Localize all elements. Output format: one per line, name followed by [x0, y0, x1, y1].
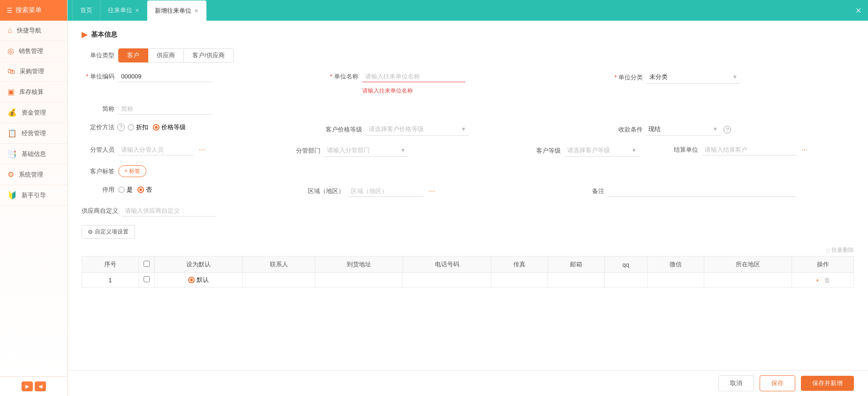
- radio-price-level[interactable]: 价格等级: [153, 123, 186, 132]
- supplier-custom-input[interactable]: [122, 205, 216, 217]
- manager-input[interactable]: [118, 144, 193, 155]
- region-input[interactable]: [348, 186, 423, 197]
- type-btn-supplier[interactable]: 供应商: [148, 48, 183, 62]
- customer-tag-label: 客户标签: [82, 167, 114, 176]
- region-label: 区域（地区）: [308, 187, 344, 195]
- sidebar-bottom-btn1[interactable]: ▶: [22, 381, 33, 391]
- row-add-btn[interactable]: +: [816, 277, 820, 284]
- type-btn-customer[interactable]: 客户: [118, 48, 148, 62]
- window-close-button[interactable]: ✕: [855, 6, 861, 15]
- radio-discount[interactable]: 折扣: [128, 123, 148, 132]
- unit-category-value: 未分类: [649, 73, 730, 81]
- sidebar-bottom-btn2[interactable]: ◀: [35, 381, 46, 391]
- unit-category-select[interactable]: 未分类 ▼: [647, 71, 740, 84]
- select-all-checkbox[interactable]: [144, 261, 150, 267]
- search-icon: ☰: [7, 7, 13, 14]
- radio-no-circle: [137, 186, 144, 193]
- unit-name-input[interactable]: [362, 71, 465, 82]
- short-name-input[interactable]: [118, 103, 212, 115]
- sales-icon: ◎: [8, 47, 14, 55]
- form-row-6: 停用 是 否 区域（地区） ···: [82, 186, 854, 197]
- row-contact: [243, 273, 315, 287]
- sidebar-item-operations[interactable]: 📋 经营管理: [0, 123, 67, 144]
- contacts-table: 序号 设为默认 联系人 到货地址 电话号码 传真 邮箱 qq 微信 所在地区 操…: [82, 256, 854, 287]
- row-default-label: 默认: [197, 276, 209, 284]
- unit-name-label: 单位名称: [326, 72, 358, 81]
- inventory-icon: ▣: [8, 87, 15, 96]
- sidebar-item-label: 快捷导航: [17, 26, 41, 35]
- field-customer-tag: 客户标签 + 标签: [82, 165, 854, 177]
- pricing-radio-group: 折扣 价格等级: [128, 123, 186, 132]
- main-area: 首页 往来单位 ✕ 新增往来单位 ✕ ✕ ▶ 基本信息 单位类型 客户 供应商 …: [68, 0, 868, 396]
- row-checkbox-cell: [138, 273, 154, 287]
- row-email: [548, 273, 604, 287]
- col-fax: 传真: [491, 256, 548, 273]
- department-select[interactable]: 请输入分管部门 ▼: [324, 144, 409, 157]
- sidebar-item-guide[interactable]: 🔰 新手引导: [0, 185, 67, 206]
- payment-terms-label: 收款条件: [610, 125, 643, 134]
- customer-price-level-placeholder: 请选择客户价格等级: [369, 125, 459, 133]
- sidebar-item-label: 销售管理: [19, 47, 43, 55]
- row-fax: [491, 273, 548, 287]
- field-customer-price-level: 客户价格等级 请选择客户价格等级 ▼: [326, 123, 610, 136]
- col-default: 设为默认: [154, 256, 243, 273]
- row-default-radio[interactable]: 默认: [160, 276, 238, 284]
- customer-level-select[interactable]: 请选择客户等级 ▼: [564, 144, 640, 157]
- custom-settings-button[interactable]: ⚙ 自定义项设置: [82, 225, 135, 239]
- col-action: 操作: [792, 256, 854, 273]
- type-btn-both[interactable]: 客户/供应商: [183, 48, 234, 62]
- batch-delete-label[interactable]: 批量删除: [831, 246, 854, 254]
- customer-level-chevron: ▼: [631, 147, 637, 154]
- settlement-input[interactable]: [702, 144, 796, 155]
- radio-discount-label: 折扣: [136, 123, 148, 132]
- sidebar-item-sales[interactable]: ◎ 销售管理: [0, 41, 67, 62]
- sidebar-item-finance[interactable]: 💰 资金管理: [0, 102, 67, 123]
- sidebar-search[interactable]: ☰ 搜索菜单: [0, 0, 67, 21]
- save-button[interactable]: 保存: [760, 375, 795, 391]
- settlement-more-btn[interactable]: ···: [799, 146, 809, 154]
- unit-type-row: 单位类型 客户 供应商 客户/供应商: [82, 48, 854, 62]
- field-payment-terms: 收款条件 现结 ▼ ?: [610, 123, 854, 136]
- row-delete-btn[interactable]: 🗑: [824, 277, 830, 284]
- operations-icon: 📋: [8, 129, 17, 138]
- customer-price-level-select[interactable]: 请选择客户价格等级 ▼: [366, 123, 469, 136]
- unit-code-input[interactable]: [118, 71, 212, 82]
- department-chevron: ▼: [400, 147, 406, 154]
- sidebar-item-label: 采购管理: [20, 67, 44, 76]
- tab-home[interactable]: 首页: [72, 0, 100, 21]
- sidebar-item-basic-info[interactable]: 📑 基础信息: [0, 144, 67, 164]
- tab-new-partner[interactable]: 新增往来单位 ✕: [147, 0, 206, 21]
- sidebar-item-purchase[interactable]: 🛍 采购管理: [0, 62, 67, 82]
- save-new-button[interactable]: 保存并新增: [801, 376, 854, 391]
- tab-partners[interactable]: 往来单位 ✕: [100, 0, 147, 21]
- unit-name-error: 请输入往来单位名称: [362, 87, 413, 95]
- field-unit-category: 单位分类 未分类 ▼: [610, 71, 854, 84]
- form-content: ▶ 基本信息 单位类型 客户 供应商 客户/供应商 单位编码 单位名称 请输: [68, 21, 868, 370]
- sidebar-item-quick-nav[interactable]: ⌂ 快捷导航: [0, 21, 67, 41]
- col-wechat: 微信: [647, 256, 704, 273]
- region-more-btn[interactable]: ···: [427, 187, 437, 195]
- disabled-radio-group: 是 否: [118, 186, 152, 194]
- pricing-help-icon[interactable]: ?: [117, 124, 125, 131]
- tab-partners-close[interactable]: ✕: [135, 8, 139, 14]
- section-basic-info: ▶ 基本信息: [82, 30, 854, 39]
- sidebar-item-inventory[interactable]: ▣ 库存核算: [0, 82, 67, 102]
- radio-no[interactable]: 否: [137, 186, 152, 194]
- radio-yes[interactable]: 是: [118, 186, 133, 194]
- field-remark: 备注: [571, 186, 854, 197]
- field-disabled: 停用 是 否: [82, 186, 308, 194]
- remark-input[interactable]: [608, 186, 796, 197]
- col-checkbox: [138, 256, 154, 273]
- cancel-button[interactable]: 取消: [718, 375, 754, 391]
- add-tag-button[interactable]: + 标签: [118, 165, 146, 177]
- manager-more-btn[interactable]: ···: [197, 146, 207, 154]
- payment-terms-select[interactable]: 现结 ▼: [646, 123, 721, 136]
- sidebar-item-system[interactable]: ⚙ 系统管理: [0, 164, 67, 185]
- tab-new-partner-close[interactable]: ✕: [194, 8, 198, 14]
- col-region: 所在地区: [704, 256, 792, 273]
- payment-terms-chevron: ▼: [712, 126, 718, 132]
- radio-discount-circle: [128, 124, 134, 131]
- unit-category-label: 单位分类: [610, 73, 643, 82]
- payment-terms-help-icon[interactable]: ?: [723, 126, 731, 133]
- row-checkbox[interactable]: [144, 276, 150, 282]
